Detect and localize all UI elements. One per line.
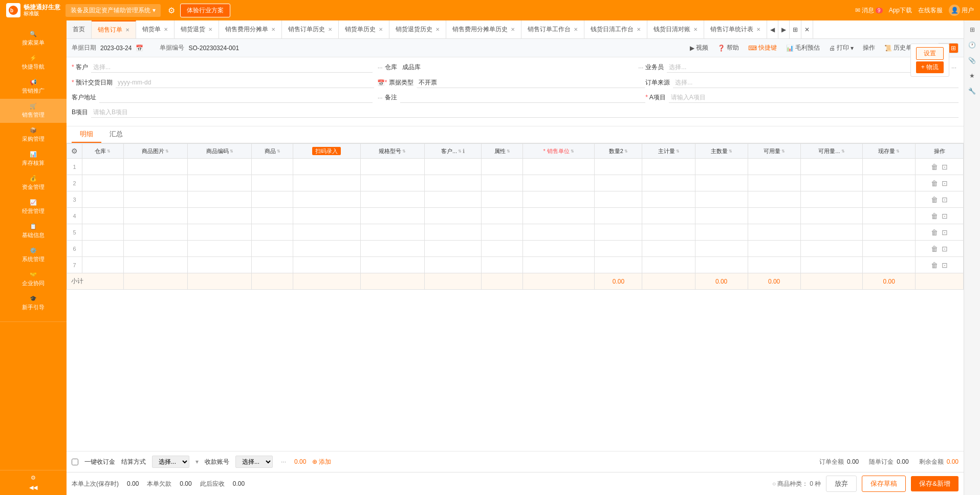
cell-qty2-1[interactable] xyxy=(595,159,642,175)
sort-stock-icon[interactable]: ⇅ xyxy=(896,149,900,154)
tab-next-btn[interactable]: ▶ xyxy=(778,20,790,38)
cell-sku-code-2[interactable] xyxy=(188,175,252,191)
calendar-icon[interactable]: 📅 xyxy=(377,79,385,87)
cell-available2-5[interactable] xyxy=(800,224,863,241)
cell-available2-3[interactable] xyxy=(800,191,863,208)
tab-close-all-btn[interactable]: ✕ xyxy=(801,20,813,38)
cell-image-1[interactable] xyxy=(123,159,187,175)
cell-main-qty-5[interactable] xyxy=(695,224,748,241)
cell-attr-2[interactable] xyxy=(482,175,523,191)
row-delete-btn-5[interactable]: 🗑 xyxy=(931,228,938,236)
cell-stock-3[interactable] xyxy=(863,191,916,208)
col-setting[interactable]: ⚙ xyxy=(67,144,82,159)
cell-unit-6[interactable] xyxy=(523,241,595,257)
row-copy-btn-5[interactable]: ⊡ xyxy=(942,228,948,236)
sort-main-unit-icon[interactable]: ⇅ xyxy=(676,149,680,154)
form-view-icon[interactable]: ⊞ xyxy=(949,44,958,53)
add-payment-btn[interactable]: ⊕ 添加 xyxy=(312,458,331,466)
cell-unit-5[interactable] xyxy=(523,224,595,241)
settings-icon[interactable]: ⚙ xyxy=(168,6,175,15)
cell-available-6[interactable] xyxy=(748,241,800,257)
print-btn[interactable]: 🖨 打印 ▾ xyxy=(826,42,857,54)
cell-stock-7[interactable] xyxy=(863,257,916,273)
tab-home[interactable]: 首页 xyxy=(67,20,92,38)
cell-main-unit-3[interactable] xyxy=(642,191,695,208)
cell-warehouse-2[interactable] xyxy=(82,175,124,191)
column-settings-icon[interactable]: ⚙ xyxy=(71,147,78,155)
cell-image-5[interactable] xyxy=(123,224,187,241)
sort-attr-icon[interactable]: ⇅ xyxy=(507,149,510,154)
cell-spec-2[interactable] xyxy=(360,175,424,191)
cell-available-3[interactable] xyxy=(748,191,800,208)
cell-spec-7[interactable] xyxy=(360,257,424,273)
account-select[interactable]: 选择... xyxy=(235,456,273,468)
row-delete-btn-2[interactable]: 🗑 xyxy=(931,179,938,187)
tab-detail[interactable]: 明细 xyxy=(72,126,101,143)
cell-main-qty-4[interactable] xyxy=(695,208,748,224)
cell-stock-2[interactable] xyxy=(863,175,916,191)
cell-spec-6[interactable] xyxy=(360,241,424,257)
tab-close-daily-reconcile[interactable]: ✕ xyxy=(693,27,698,32)
cell-customer-sku-5[interactable] xyxy=(424,224,481,241)
tab-order-workbench[interactable]: 销售订单工作台 ✕ xyxy=(521,20,584,38)
user-menu-btn[interactable]: 👤 用户 xyxy=(949,5,974,16)
cell-image-6[interactable] xyxy=(123,241,187,257)
right-panel-icon-1[interactable]: ⊞ xyxy=(966,24,978,36)
tab-close-sales-return[interactable]: ✕ xyxy=(208,27,212,32)
cell-attr-7[interactable] xyxy=(482,257,523,273)
tab-sales-return[interactable]: 销货退货 ✕ xyxy=(175,20,219,38)
sort-sku-code-icon[interactable]: ⇅ xyxy=(230,149,233,154)
cell-main-qty-6[interactable] xyxy=(695,241,748,257)
cell-qty2-6[interactable] xyxy=(595,241,642,257)
cell-available-2[interactable] xyxy=(748,175,800,191)
address-more-btn[interactable]: ··· xyxy=(376,94,385,101)
cell-main-unit-6[interactable] xyxy=(642,241,695,257)
tab-daily-workbench[interactable]: 钱货日清工作台 ✕ xyxy=(584,20,647,38)
cell-image-3[interactable] xyxy=(123,191,187,208)
cell-customer-sku-3[interactable] xyxy=(424,191,481,208)
cell-main-unit-7[interactable] xyxy=(642,257,695,273)
sort-warehouse-icon[interactable]: ⇅ xyxy=(107,149,111,154)
cell-qty2-7[interactable] xyxy=(595,257,642,273)
cell-customer-sku-2[interactable] xyxy=(424,175,481,191)
tab-close-sales-expense[interactable]: ✕ xyxy=(271,27,275,32)
cell-available2-2[interactable] xyxy=(800,175,863,191)
sort-unit-icon[interactable]: ⇅ xyxy=(571,149,574,154)
tab-close-goods-history[interactable]: ✕ xyxy=(379,27,383,32)
cell-product-7[interactable] xyxy=(252,257,293,273)
cell-scan-7[interactable] xyxy=(293,257,360,273)
cell-warehouse-6[interactable] xyxy=(82,241,124,257)
tab-return-history[interactable]: 销货退货历史 ✕ xyxy=(389,20,446,38)
row-copy-btn-1[interactable]: ⊡ xyxy=(942,163,948,171)
sidebar-item-sales[interactable]: 🛒 销售管理 xyxy=(0,99,67,123)
invoice-select[interactable]: 不开票 xyxy=(417,77,646,88)
cell-warehouse-3[interactable] xyxy=(82,191,124,208)
cell-unit-4[interactable] xyxy=(523,208,595,224)
cell-warehouse-5[interactable] xyxy=(82,224,124,241)
cell-main-unit-5[interactable] xyxy=(642,224,695,241)
sidebar-item-inventory[interactable]: 📊 库存核算 xyxy=(0,147,67,171)
sidebar-collapse-btn[interactable]: ◀◀ xyxy=(29,484,37,491)
cell-stock-6[interactable] xyxy=(863,241,916,257)
cell-spec-3[interactable] xyxy=(360,191,424,208)
operation-btn[interactable]: 操作 xyxy=(860,42,878,54)
date-edit-icon[interactable]: 📅 xyxy=(136,45,143,52)
cell-scan-2[interactable] xyxy=(293,175,360,191)
settings-btn[interactable]: 设置 xyxy=(916,47,944,60)
cell-main-unit-2[interactable] xyxy=(642,175,695,191)
cell-available2-4[interactable] xyxy=(800,208,863,224)
sort-customer-sku-icon[interactable]: ⇅ xyxy=(458,149,462,154)
right-panel-icon-4[interactable]: ★ xyxy=(966,70,978,82)
cell-main-qty-3[interactable] xyxy=(695,191,748,208)
cell-qty2-4[interactable] xyxy=(595,208,642,224)
sort-available-icon[interactable]: ⇅ xyxy=(781,149,785,154)
cell-main-unit-1[interactable] xyxy=(642,159,695,175)
tab-close-expense-history[interactable]: ✕ xyxy=(511,27,515,32)
cell-product-6[interactable] xyxy=(252,241,293,257)
sidebar-item-finance[interactable]: 💰 资金管理 xyxy=(0,171,67,195)
cell-scan-4[interactable] xyxy=(293,208,360,224)
cell-attr-3[interactable] xyxy=(482,191,523,208)
cell-available2-6[interactable] xyxy=(800,241,863,257)
system-selector[interactable]: 装备及固定资产辅助管理系统 ▾ xyxy=(66,4,161,17)
sidebar-item-quicknav[interactable]: ⚡ 快捷导航 xyxy=(0,51,67,75)
